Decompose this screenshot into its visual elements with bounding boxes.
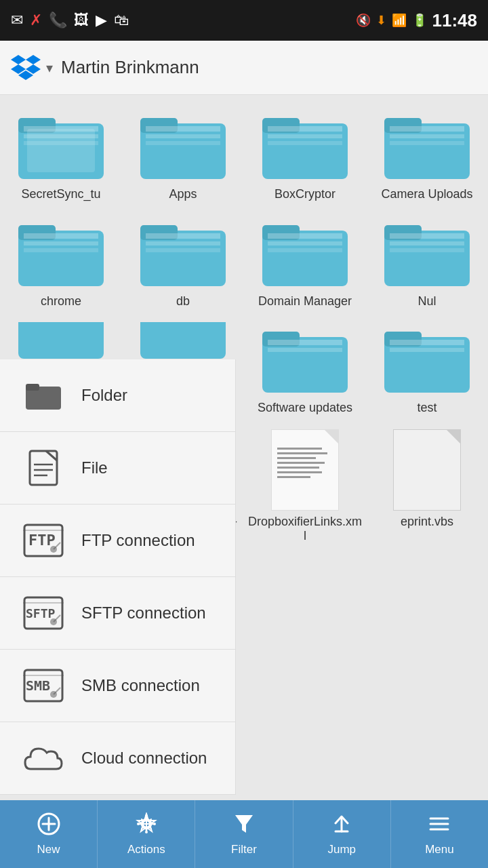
- svg-marker-101: [235, 815, 253, 833]
- list-item[interactable]: DropboxifierLinks.xml: [244, 422, 366, 551]
- svg-line-79: [54, 688, 60, 694]
- svg-rect-59: [26, 384, 39, 391]
- svg-line-97: [142, 819, 143, 821]
- nav-item-menu[interactable]: Menu: [391, 800, 488, 868]
- status-icons-left: ✉ ✗ 📞 🖼 ▶ 🛍: [11, 12, 129, 29]
- file-label: DropboxifierLinks.xml: [247, 515, 363, 544]
- list-item[interactable]: db: [122, 209, 244, 316]
- download-icon: ⬇: [376, 13, 386, 28]
- menu-item-ftp-label: FTP connection: [81, 531, 195, 550]
- folder-icon: [17, 108, 105, 183]
- menu-item-folder[interactable]: Folder: [0, 359, 235, 432]
- nav-item-actions[interactable]: Actions: [98, 800, 195, 868]
- folder-icon: [139, 216, 227, 290]
- status-bar: ✉ ✗ 📞 🖼 ▶ 🛍 🔇 ⬇ 📶 🔋 11:48: [0, 0, 488, 41]
- svg-rect-35: [146, 248, 220, 252]
- svg-rect-43: [390, 233, 464, 239]
- menu-item-cloud[interactable]: Cloud connection: [0, 722, 235, 794]
- menu-item-smb-label: SMB connection: [81, 676, 200, 695]
- svg-rect-20: [268, 141, 342, 145]
- file-label: BoxCryptor: [274, 187, 336, 202]
- svg-rect-45: [390, 248, 464, 252]
- phone-icon: 📞: [49, 12, 67, 29]
- svg-rect-13: [146, 126, 220, 132]
- svg-text:SMB: SMB: [26, 677, 50, 694]
- cloud-menu-icon: [22, 740, 65, 776]
- mute-icon: 🔇: [356, 13, 371, 28]
- svg-rect-52: [268, 340, 342, 345]
- svg-rect-34: [146, 241, 220, 245]
- sftp-menu-icon: SFTP: [22, 595, 65, 631]
- bottom-nav: New: [0, 800, 488, 868]
- list-item[interactable]: eprint.vbs: [366, 422, 488, 551]
- nav-item-filter[interactable]: Filter: [195, 800, 293, 868]
- nav-item-jump[interactable]: Jump: [293, 800, 391, 868]
- dropdown-arrow[interactable]: ▾: [46, 60, 53, 76]
- list-item[interactable]: SecretSync_tu: [0, 102, 122, 209]
- status-time: 11:48: [432, 10, 478, 31]
- list-item[interactable]: BoxCryptor: [244, 102, 366, 209]
- play-icon: ▶: [96, 12, 107, 29]
- ftp-menu-icon: FTP: [22, 522, 65, 559]
- folder-menu-icon: [22, 377, 65, 414]
- file-label: Camera Uploads: [381, 187, 472, 202]
- menu-item-sftp[interactable]: SFTP SFTP connection: [0, 577, 235, 650]
- svg-rect-29: [24, 241, 98, 245]
- folder-icon: [261, 216, 349, 290]
- file-label: Software updates: [258, 401, 352, 416]
- nav-menu-label: Menu: [425, 843, 454, 856]
- svg-rect-38: [268, 233, 342, 239]
- menu-icon: [428, 812, 451, 840]
- folder-icon: [261, 108, 349, 183]
- nav-jump-label: Jump: [327, 843, 356, 856]
- svg-rect-15: [146, 141, 220, 145]
- svg-rect-25: [390, 141, 464, 145]
- svg-text:SFTP: SFTP: [26, 606, 56, 620]
- svg-rect-33: [146, 233, 220, 239]
- svg-line-99: [150, 819, 151, 821]
- file-menu-icon: [22, 450, 65, 486]
- folder-icon: [383, 322, 471, 397]
- list-item[interactable]: Domain Manager: [244, 209, 366, 316]
- file-label: Apps: [169, 187, 197, 202]
- folder-icon: [139, 322, 227, 363]
- list-item[interactable]: Apps: [122, 102, 244, 209]
- svg-marker-0: [11, 55, 26, 64]
- svg-rect-24: [390, 134, 464, 138]
- signal-icon: 📶: [392, 13, 407, 28]
- menu-item-ftp[interactable]: FTP FTP connection: [0, 505, 235, 577]
- svg-rect-40: [268, 248, 342, 252]
- file-text-icon: [271, 429, 339, 511]
- list-item[interactable]: Camera Uploads: [366, 102, 488, 209]
- menu-item-file[interactable]: File: [0, 432, 235, 505]
- svg-rect-19: [268, 134, 342, 138]
- missed-call-icon: ✗: [30, 12, 42, 29]
- list-item[interactable]: Software updates: [244, 315, 366, 422]
- dropdown-menu: Folder File FTP: [0, 359, 236, 795]
- svg-rect-48: [140, 322, 226, 359]
- menu-item-smb[interactable]: SMB SMB connection: [0, 650, 235, 722]
- page-title: Martin Brinkmann: [61, 57, 199, 78]
- svg-rect-14: [146, 134, 220, 138]
- list-item[interactable]: Nul: [366, 209, 488, 316]
- folder-icon: [261, 322, 349, 397]
- list-item[interactable]: chrome: [0, 209, 122, 316]
- shop-icon: 🛍: [114, 12, 129, 29]
- menu-item-cloud-label: Cloud connection: [81, 749, 207, 768]
- svg-rect-8: [24, 126, 98, 132]
- svg-rect-30: [24, 248, 98, 252]
- menu-item-folder-label: Folder: [81, 386, 127, 405]
- nav-actions-label: Actions: [127, 843, 165, 856]
- smb-menu-icon: SMB: [22, 667, 65, 704]
- jump-icon: [330, 812, 353, 840]
- actions-icon: [135, 812, 158, 840]
- svg-rect-44: [390, 241, 464, 245]
- title-bar: ▾ Martin Brinkmann: [0, 41, 488, 95]
- file-blank2-icon: [393, 429, 461, 511]
- folder-icon: [17, 216, 105, 290]
- nav-item-new[interactable]: New: [0, 800, 98, 868]
- svg-rect-28: [24, 233, 98, 239]
- svg-marker-1: [26, 55, 41, 64]
- email-icon: ✉: [11, 12, 23, 29]
- list-item[interactable]: test: [366, 315, 488, 422]
